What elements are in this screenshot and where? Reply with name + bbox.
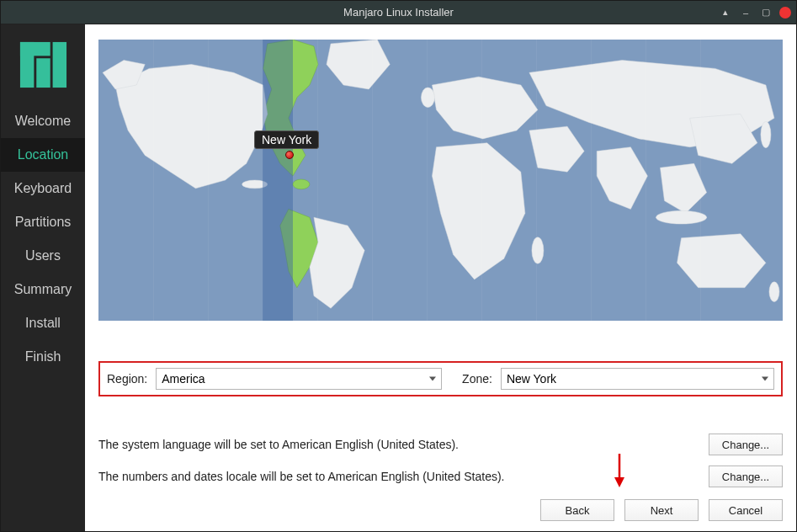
- city-pin: [285, 151, 294, 159]
- zone-select[interactable]: New York: [501, 368, 774, 390]
- language-row: The system language will be set to Ameri…: [98, 434, 783, 455]
- sidebar-item-label: Keyboard: [14, 181, 72, 196]
- timezone-map[interactable]: New York: [98, 40, 783, 321]
- sidebar-item-users[interactable]: Users: [1, 239, 85, 273]
- sidebar-item-install[interactable]: Install: [1, 306, 85, 340]
- sidebar-item-label: Welcome: [15, 114, 71, 129]
- svg-rect-2: [53, 41, 66, 87]
- sidebar: Welcome Location Keyboard Partitions Use…: [1, 24, 85, 531]
- sidebar-item-label: Finish: [25, 349, 61, 364]
- chevron-down-icon: [429, 377, 436, 381]
- sidebar-item-label: Install: [25, 316, 61, 331]
- sidebar-item-summary[interactable]: Summary: [1, 273, 85, 306]
- zone-label: Zone:: [462, 372, 492, 386]
- locale-info: The system language will be set to Ameri…: [98, 434, 783, 487]
- installer-window: Manjaro Linux Installer ▴ – ▢ Welcome Lo…: [0, 0, 797, 532]
- locale-row: The numbers and dates locale will be set…: [98, 466, 783, 487]
- world-map-svg: [98, 40, 783, 321]
- change-locale-button[interactable]: Change...: [709, 466, 783, 487]
- region-zone-row: Region: America Zone: New York: [98, 361, 783, 396]
- svg-marker-12: [614, 477, 624, 487]
- sidebar-item-location[interactable]: Location: [1, 138, 85, 172]
- sidebar-item-label: Users: [25, 248, 61, 263]
- svg-point-8: [532, 237, 544, 263]
- language-text: The system language will be set to Ameri…: [98, 438, 459, 451]
- svg-point-6: [421, 88, 434, 108]
- cancel-button[interactable]: Cancel: [709, 499, 783, 521]
- svg-point-7: [761, 121, 771, 147]
- svg-point-4: [293, 179, 310, 189]
- window-controls: ▴ – ▢: [719, 6, 791, 19]
- shade-icon[interactable]: ▴: [719, 6, 732, 19]
- sidebar-item-welcome[interactable]: Welcome: [1, 104, 85, 138]
- region-select-value: America: [162, 372, 205, 386]
- manjaro-logo: [1, 24, 85, 104]
- body: Welcome Location Keyboard Partitions Use…: [1, 24, 796, 531]
- annotation-arrow: [612, 452, 627, 491]
- next-button[interactable]: Next: [624, 499, 699, 521]
- zone-select-value: New York: [507, 372, 556, 386]
- svg-point-9: [769, 282, 779, 302]
- sidebar-item-label: Partitions: [15, 215, 72, 230]
- sidebar-item-label: Location: [18, 147, 69, 162]
- sidebar-item-partitions[interactable]: Partitions: [1, 205, 85, 239]
- locale-text: The numbers and dates locale will be set…: [98, 470, 504, 483]
- svg-rect-1: [36, 58, 50, 88]
- sidebar-item-label: Summary: [14, 282, 72, 297]
- sidebar-item-finish[interactable]: Finish: [1, 340, 85, 374]
- titlebar: Manjaro Linux Installer ▴ – ▢: [1, 1, 796, 24]
- timezone-highlight-band: [263, 40, 293, 321]
- region-label: Region:: [107, 372, 147, 386]
- minimize-icon[interactable]: –: [739, 6, 752, 19]
- sidebar-item-keyboard[interactable]: Keyboard: [1, 172, 85, 205]
- close-icon[interactable]: [779, 7, 791, 19]
- region-select[interactable]: America: [156, 368, 442, 390]
- change-language-button[interactable]: Change...: [709, 434, 783, 455]
- city-label: New York: [254, 130, 319, 149]
- window-title: Manjaro Linux Installer: [343, 6, 454, 19]
- main-panel: New York Region: America Zone: New York …: [85, 24, 796, 531]
- footer-buttons: Back Next Cancel: [98, 487, 783, 521]
- svg-point-5: [656, 210, 706, 224]
- maximize-icon[interactable]: ▢: [759, 6, 773, 19]
- svg-rect-3: [20, 41, 50, 55]
- chevron-down-icon: [762, 377, 768, 381]
- back-button[interactable]: Back: [540, 499, 614, 521]
